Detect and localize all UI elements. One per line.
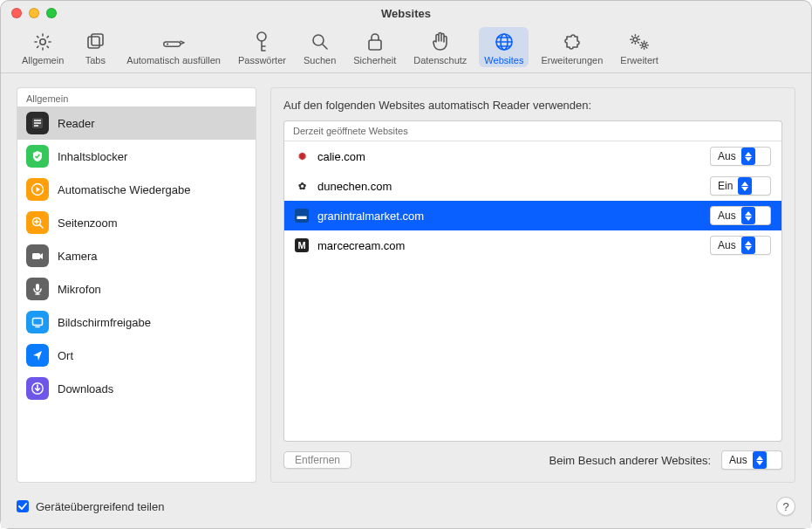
key-icon bbox=[250, 31, 273, 53]
share-across-devices-label: Geräteübergreifend teilen bbox=[36, 500, 164, 513]
help-button[interactable]: ? bbox=[776, 497, 795, 516]
toolbar-tab-label: Erweitert bbox=[620, 55, 658, 65]
toolbar-tab-websites[interactable]: Websites bbox=[479, 27, 529, 67]
toolbar-tab-tabs[interactable]: Tabs bbox=[76, 27, 114, 67]
site-value-popup[interactable]: Ein bbox=[710, 176, 771, 196]
site-domain: calie.com bbox=[317, 150, 701, 163]
svg-point-11 bbox=[643, 44, 646, 47]
popup-arrows-icon bbox=[753, 451, 767, 469]
download-icon bbox=[26, 377, 49, 400]
toolbar-tab-passwords[interactable]: Passwörter bbox=[233, 27, 291, 67]
toolbar-tab-label: Automatisch ausfüllen bbox=[126, 55, 221, 65]
gears-icon bbox=[628, 31, 651, 53]
preferences-window: Websites Allgemein Tabs Automatisch ausf… bbox=[0, 0, 812, 529]
close-window-button[interactable] bbox=[11, 8, 22, 18]
sidebar-item-contentblockers[interactable]: Inhaltsblocker bbox=[17, 140, 256, 173]
pane-heading: Auf den folgenden Websites automatisch R… bbox=[283, 99, 782, 112]
toolbar-tab-label: Tabs bbox=[85, 55, 106, 65]
favicon-icon: ✺ bbox=[295, 149, 309, 163]
sidebar-item-location[interactable]: Ort bbox=[17, 339, 256, 372]
site-value-popup[interactable]: Aus bbox=[710, 206, 771, 225]
toolbar-tab-extensions[interactable]: Erweiterungen bbox=[536, 27, 608, 67]
site-row[interactable]: ✿ dunechen.com Ein bbox=[284, 171, 781, 201]
toolbar-tab-label: Suchen bbox=[304, 55, 336, 65]
toolbar-tab-search[interactable]: Suchen bbox=[298, 27, 341, 67]
sidebar-item-label: Downloads bbox=[58, 382, 113, 395]
default-behavior-popup[interactable]: Aus bbox=[721, 450, 782, 470]
site-rows[interactable]: ✺ calie.com Aus ✿ dunechen.com Ein ▬ gra… bbox=[284, 141, 781, 441]
sidebar-item-pagezoom[interactable]: Seitenzoom bbox=[17, 206, 256, 239]
sidebar-item-label: Ort bbox=[58, 349, 73, 362]
zoom-icon bbox=[26, 211, 49, 234]
popup-arrows-icon bbox=[741, 207, 755, 224]
svg-rect-15 bbox=[32, 253, 40, 259]
site-list: Derzeit geöffnete Websites ✺ calie.com A… bbox=[283, 120, 782, 442]
favicon-icon: M bbox=[295, 238, 309, 252]
sidebar-section-heading: Allgemein bbox=[17, 88, 256, 106]
svg-rect-17 bbox=[33, 319, 43, 326]
toolbar-tab-general[interactable]: Allgemein bbox=[17, 27, 69, 67]
reader-settings-pane: Auf den folgenden Websites automatisch R… bbox=[270, 87, 795, 483]
site-value-popup[interactable]: Aus bbox=[710, 147, 771, 166]
svg-point-4 bbox=[167, 44, 168, 45]
window-controls bbox=[1, 8, 57, 18]
site-value: Aus bbox=[718, 150, 736, 162]
shield-icon bbox=[26, 145, 49, 168]
reader-icon bbox=[26, 112, 49, 134]
site-value-popup[interactable]: Aus bbox=[710, 236, 771, 255]
site-row[interactable]: ✺ calie.com Aus bbox=[284, 141, 781, 171]
remove-button[interactable]: Entfernen bbox=[283, 451, 351, 469]
favicon-icon: ▬ bbox=[295, 209, 309, 223]
toolbar-tab-label: Websites bbox=[484, 55, 523, 65]
site-row[interactable]: ▬ granintralmarket.com Aus bbox=[284, 201, 781, 230]
svg-rect-16 bbox=[36, 284, 39, 291]
site-value: Aus bbox=[718, 239, 736, 251]
site-domain: marcecream.com bbox=[317, 239, 701, 252]
sidebar-item-label: Bildschirmfreigabe bbox=[58, 316, 151, 329]
minimize-window-button[interactable] bbox=[29, 8, 39, 18]
popup-arrows-icon bbox=[738, 177, 752, 195]
toolbar-tab-security[interactable]: Sicherheit bbox=[348, 27, 401, 67]
sidebar-item-label: Kamera bbox=[58, 250, 98, 263]
sidebar-item-label: Automatische Wiedergabe bbox=[58, 183, 190, 196]
toolbar-tab-label: Passwörter bbox=[238, 55, 286, 65]
sidebar-item-label: Seitenzoom bbox=[58, 216, 118, 230]
tabs-icon bbox=[84, 31, 106, 53]
default-behavior-value: Aus bbox=[729, 454, 747, 466]
toolbar-tab-autofill[interactable]: Automatisch ausfüllen bbox=[121, 27, 226, 67]
svg-point-6 bbox=[313, 35, 324, 45]
toolbar-tab-advanced[interactable]: Erweitert bbox=[615, 27, 663, 67]
pane-bottom-controls: Entfernen Beim Besuch anderer Websites: … bbox=[283, 450, 782, 470]
site-domain: granintralmarket.com bbox=[317, 210, 701, 223]
site-value: Aus bbox=[718, 210, 736, 222]
site-row[interactable]: M marcecream.com Aus bbox=[284, 230, 781, 260]
zoom-window-button[interactable] bbox=[46, 8, 57, 18]
preferences-toolbar: Allgemein Tabs Automatisch ausfüllen Pas… bbox=[1, 25, 811, 73]
popup-arrows-icon bbox=[741, 237, 755, 254]
hand-icon bbox=[429, 31, 452, 53]
sidebar-item-camera[interactable]: Kamera bbox=[17, 239, 256, 272]
sidebar-item-label: Reader bbox=[58, 117, 95, 130]
footer: Geräteübergreifend teilen ? bbox=[1, 491, 811, 528]
default-behavior-label: Beim Besuch anderer Websites: bbox=[549, 454, 711, 467]
sidebar-item-screenshare[interactable]: Bildschirmfreigabe bbox=[17, 306, 256, 339]
favicon-icon: ✿ bbox=[295, 179, 309, 193]
site-domain: dunechen.com bbox=[317, 180, 701, 193]
sidebar-item-downloads[interactable]: Downloads bbox=[17, 372, 256, 405]
sidebar-item-microphone[interactable]: Mikrofon bbox=[17, 272, 256, 306]
toolbar-tab-label: Sicherheit bbox=[353, 55, 396, 65]
sidebar-item-autoplay[interactable]: Automatische Wiedergabe bbox=[17, 173, 256, 206]
share-across-devices-checkbox[interactable] bbox=[17, 500, 29, 512]
websites-sidebar[interactable]: Allgemein Reader Inhaltsblocker Automati… bbox=[17, 87, 256, 483]
puzzle-icon bbox=[561, 31, 583, 53]
sidebar-item-reader[interactable]: Reader bbox=[17, 106, 256, 140]
site-value: Ein bbox=[718, 180, 733, 192]
toolbar-tab-privacy[interactable]: Datenschutz bbox=[408, 27, 472, 67]
site-list-header: Derzeit geöffnete Websites bbox=[284, 121, 781, 141]
svg-rect-2 bbox=[92, 34, 103, 45]
camera-icon bbox=[26, 244, 49, 267]
toolbar-tab-label: Datenschutz bbox=[413, 55, 467, 65]
location-icon bbox=[26, 344, 49, 367]
svg-rect-7 bbox=[369, 40, 381, 50]
globe-icon bbox=[493, 31, 515, 53]
